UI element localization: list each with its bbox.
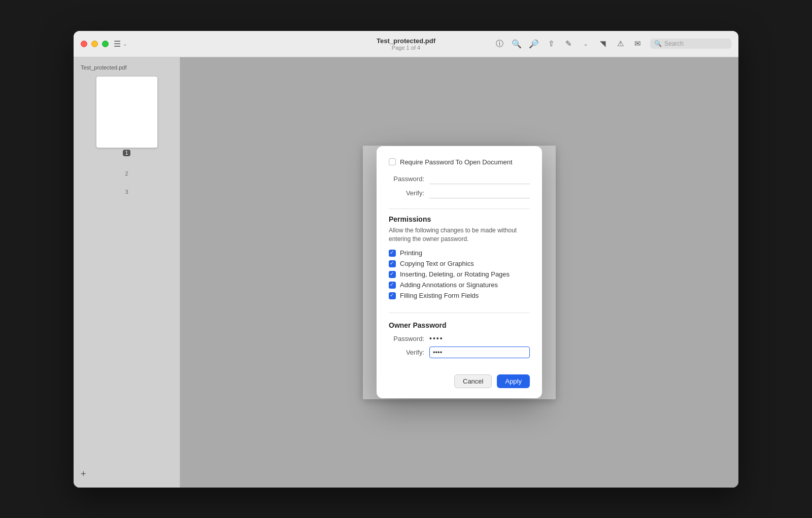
permission-forms: Filling Existing Form Fields bbox=[389, 292, 530, 299]
open-doc-row: Require Password To Open Document bbox=[389, 158, 530, 166]
permission-annotations: Adding Annotations or Signatures bbox=[389, 281, 530, 289]
dialog-buttons: Cancel Apply bbox=[389, 374, 530, 388]
share-icon[interactable]: ⇧ bbox=[547, 39, 556, 48]
open-verify-input[interactable] bbox=[429, 188, 530, 198]
search-bar[interactable]: 🔍 Search bbox=[650, 39, 731, 49]
divider-2 bbox=[389, 313, 530, 313]
permission-inserting: Inserting, Deleting, or Rotating Pages bbox=[389, 270, 530, 278]
permissions-desc: Allow the following changes to be made w… bbox=[389, 226, 530, 244]
owner-verify-row: Verify: bbox=[389, 347, 530, 358]
sidebar-toggle[interactable]: ☰ ⌄ bbox=[114, 39, 127, 49]
permission-copying-label: Copying Text or Graphics bbox=[400, 260, 474, 267]
open-password-input[interactable] bbox=[429, 174, 530, 184]
owner-verify-input[interactable] bbox=[429, 347, 530, 358]
open-verify-label: Verify: bbox=[389, 189, 424, 197]
zoom-in-icon[interactable]: 🔍 bbox=[512, 39, 521, 48]
mail-icon[interactable]: ✉ bbox=[633, 39, 642, 48]
owner-password-dots: •••• bbox=[429, 334, 444, 342]
permission-printing-checkbox[interactable] bbox=[389, 250, 396, 257]
zoom-out-icon[interactable]: 🔎 bbox=[529, 39, 538, 48]
chevron-down-icon: ⌄ bbox=[123, 41, 127, 47]
permission-forms-checkbox[interactable] bbox=[389, 292, 396, 299]
permissions-section: Permissions Allow the following changes … bbox=[389, 215, 530, 303]
owner-verify-label: Verify: bbox=[389, 349, 424, 356]
close-button[interactable] bbox=[81, 41, 87, 47]
page-1-thumbnail-container: 1 bbox=[78, 77, 176, 158]
open-password-row: Password: bbox=[389, 174, 530, 184]
owner-password-section: Owner Password Password: •••• Verify: bbox=[389, 319, 530, 362]
password-dialog: Require Password To Open Document Passwo… bbox=[377, 146, 542, 399]
permission-annotations-checkbox[interactable] bbox=[389, 282, 396, 289]
maximize-button[interactable] bbox=[102, 41, 109, 47]
cancel-button[interactable]: Cancel bbox=[454, 374, 492, 388]
divider-1 bbox=[389, 209, 530, 209]
permission-inserting-label: Inserting, Deleting, or Rotating Pages bbox=[400, 270, 510, 278]
permission-forms-label: Filling Existing Form Fields bbox=[400, 292, 479, 299]
pen-chevron-icon[interactable]: ⌄ bbox=[581, 39, 590, 48]
content-area: Test_protected.pdf 1 2 3 + Require Passw… bbox=[74, 57, 738, 488]
permission-annotations-label: Adding Annotations or Signatures bbox=[400, 281, 498, 289]
apply-button[interactable]: Apply bbox=[497, 374, 530, 388]
add-page-button[interactable]: + bbox=[78, 466, 176, 482]
sidebar: Test_protected.pdf 1 2 3 + bbox=[74, 57, 180, 488]
permissions-title: Permissions bbox=[389, 215, 530, 223]
search-icon: 🔍 bbox=[654, 40, 662, 47]
open-doc-checkbox[interactable] bbox=[389, 158, 396, 165]
owner-password-title: Owner Password bbox=[389, 321, 530, 329]
owner-password-label: Password: bbox=[389, 335, 424, 342]
markup-icon[interactable]: ⚠ bbox=[616, 39, 625, 48]
app-window: ☰ ⌄ Test_protected.pdf Page 1 of 4 ⓘ 🔍 🔎… bbox=[74, 31, 738, 488]
page-3-label: 3 bbox=[78, 189, 176, 195]
traffic-lights bbox=[81, 41, 109, 47]
open-password-label: Password: bbox=[389, 175, 424, 183]
toolbar: ⓘ 🔍 🔎 ⇧ ✎ ⌄ ◥ ⚠ ✉ 🔍 Search bbox=[495, 39, 731, 49]
page-1-thumbnail[interactable] bbox=[96, 77, 157, 148]
owner-password-row: Password: •••• bbox=[389, 334, 530, 342]
permission-printing: Printing bbox=[389, 249, 530, 257]
permission-copying-checkbox[interactable] bbox=[389, 260, 396, 267]
page-2-label: 2 bbox=[78, 170, 176, 177]
sidebar-icon: ☰ bbox=[114, 39, 121, 49]
sidebar-filename: Test_protected.pdf bbox=[78, 62, 176, 73]
page-indicator: Page 1 of 4 bbox=[392, 45, 420, 51]
open-verify-row: Verify: bbox=[389, 188, 530, 198]
minimize-button[interactable] bbox=[91, 41, 98, 47]
permission-copying: Copying Text or Graphics bbox=[389, 260, 530, 267]
open-doc-label: Require Password To Open Document bbox=[400, 158, 513, 166]
document-title: Test_protected.pdf bbox=[377, 37, 435, 45]
titlebar: ☰ ⌄ Test_protected.pdf Page 1 of 4 ⓘ 🔍 🔎… bbox=[74, 31, 738, 57]
crop-icon[interactable]: ◥ bbox=[598, 39, 607, 48]
page-1-badge: 1 bbox=[123, 150, 131, 156]
titlebar-center: Test_protected.pdf Page 1 of 4 bbox=[377, 37, 435, 51]
search-placeholder: Search bbox=[664, 40, 684, 47]
pen-icon[interactable]: ✎ bbox=[564, 39, 573, 48]
info-icon[interactable]: ⓘ bbox=[495, 39, 504, 48]
dialog-overlay: Require Password To Open Document Passwo… bbox=[180, 57, 738, 488]
permission-printing-label: Printing bbox=[400, 249, 422, 257]
permission-inserting-checkbox[interactable] bbox=[389, 271, 396, 278]
main-content: Require Password To Open Document Passwo… bbox=[180, 57, 738, 488]
